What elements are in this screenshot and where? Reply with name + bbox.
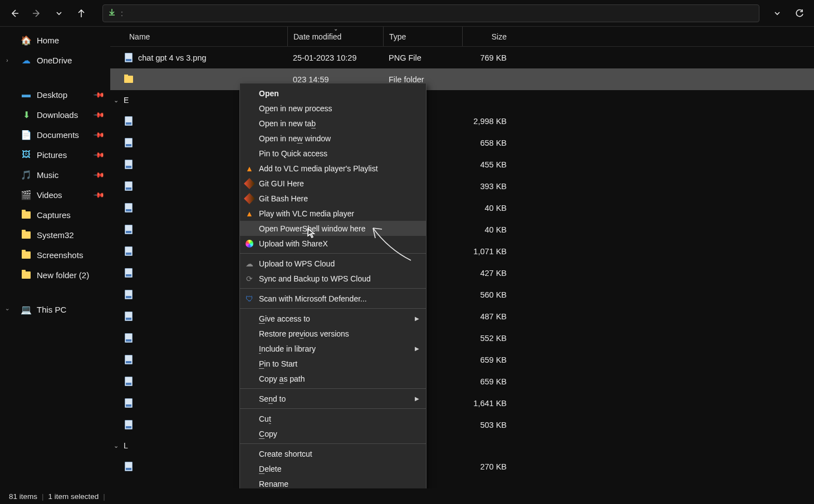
file-row[interactable]: 023 02:47PNG File560 KB (110, 284, 814, 305)
address-dropdown[interactable] (767, 3, 787, 23)
sidebar: 🏠 Home › ☁ OneDrive ▬Desktop📌⬇Downloads📌… (0, 27, 110, 488)
file-row[interactable]: 023 06:26PNG File40 KB (110, 219, 814, 240)
address-text: : (121, 9, 123, 18)
menu-item-pin-to-quick-access[interactable]: Pin to Quick access (240, 146, 426, 161)
menu-item-label: Upload with ShareX (259, 239, 328, 248)
menu-item-upload-to-wps-cloud[interactable]: ☁Upload to WPS Cloud (240, 256, 426, 271)
file-row[interactable]: 023 07:07PNG File658 KB (110, 132, 814, 154)
menu-item-cut[interactable]: Cut (240, 411, 426, 426)
group-header[interactable]: ⌄L (110, 436, 814, 456)
sort-arrow-icon: ⌄ (334, 27, 338, 32)
file-row[interactable]: 023 01:42PNG File659 KB (110, 370, 814, 392)
sidebar-onedrive[interactable]: › ☁ OneDrive (0, 50, 110, 70)
menu-item-include-in-library[interactable]: Include in library▶ (240, 341, 426, 356)
file-row[interactable]: 023 14:59File folder (110, 68, 814, 90)
column-date[interactable]: ⌄ Date modified (287, 27, 383, 46)
menu-item-git-bash-here[interactable]: Git Bash Here (240, 191, 426, 206)
sidebar-item-downloads[interactable]: ⬇Downloads📌 (0, 105, 110, 125)
menu-item-open-in-new-tab[interactable]: Open in new tab (240, 116, 426, 131)
chevron-down-icon: ⌄ (114, 442, 119, 449)
menu-item-label: Sync and Backup to WPS Cloud (259, 274, 371, 283)
menu-item-create-shortcut[interactable]: Create shortcut (240, 446, 426, 461)
menu-item-git-gui-here[interactable]: Git GUI Here (240, 176, 426, 191)
sidebar-item-label: Home (37, 36, 59, 45)
sidebar-thispc[interactable]: › 💻 This PC (0, 299, 110, 319)
back-button[interactable] (4, 3, 24, 23)
menu-item-label: Open in new tab (259, 119, 316, 128)
file-icon (124, 312, 134, 322)
sidebar-item-label: Pictures (37, 150, 67, 160)
file-row[interactable]: 023 18:52JPG File2,998 KB (110, 110, 814, 132)
file-row[interactable]: 023 03:13PNG File427 KB (110, 262, 814, 284)
menu-item-label: Add to VLC media player's Playlist (259, 164, 378, 173)
sidebar-item-label: This PC (37, 305, 66, 314)
file-row[interactable]: 023 02:01PNG File552 KB (110, 327, 814, 349)
recent-dropdown[interactable] (49, 3, 69, 23)
menu-item-play-with-vlc-media-player[interactable]: ▲Play with VLC media player (240, 206, 426, 221)
sidebar-item-pictures[interactable]: 🖼Pictures📌 (0, 145, 110, 165)
group-header[interactable]: ⌄E (110, 90, 814, 110)
sidebar-item-screenshots[interactable]: Screenshots (0, 245, 110, 265)
menu-item-give-access-to[interactable]: Give access to▶ (240, 311, 426, 326)
menu-item-label: Play with VLC media player (259, 209, 354, 218)
sidebar-item-videos[interactable]: 🎬Videos📌 (0, 185, 110, 205)
column-type[interactable]: Type (383, 27, 462, 46)
menu-item-add-to-vlc-media-player-s-playlist[interactable]: ▲Add to VLC media player's Playlist (240, 161, 426, 176)
menu-item-open[interactable]: Open (240, 86, 426, 101)
menu-item-upload-with-sharex[interactable]: Upload with ShareX (240, 236, 426, 251)
refresh-button[interactable] (790, 3, 810, 23)
sidebar-item-music[interactable]: 🎵Music📌 (0, 165, 110, 185)
menu-item-scan-with-microsoft-defender[interactable]: 🛡Scan with Microsoft Defender... (240, 291, 426, 306)
up-button[interactable] (71, 3, 91, 23)
menu-item-send-to[interactable]: Send to▶ (240, 391, 426, 406)
sidebar-item-captures[interactable]: Captures (0, 205, 110, 225)
column-size[interactable]: Size (462, 27, 512, 46)
sidebar-item-label: Captures (37, 210, 71, 220)
file-row[interactable]: 023 01:22PNG File503 KB (110, 414, 814, 436)
column-headers: Name ⌄ Date modified Type Size (110, 27, 814, 47)
sidebar-item-label: System32 (37, 230, 74, 240)
sidebar-item-system32[interactable]: System32 (0, 225, 110, 245)
column-name[interactable]: Name (124, 27, 287, 46)
file-row[interactable]: 023 06:46PNG File455 KB (110, 154, 814, 175)
menu-item-label: Include in library (259, 344, 316, 353)
menu-separator (240, 443, 426, 444)
sidebar-item-desktop[interactable]: ▬Desktop📌 (0, 85, 110, 105)
menu-item-copy-as-path[interactable]: Copy as path (240, 371, 426, 386)
folder-icon (21, 250, 31, 260)
menu-item-open-in-new-window[interactable]: Open in new window (240, 131, 426, 146)
menu-item-open-powershell-window-here[interactable]: Open PowerShell window here (240, 221, 426, 236)
sidebar-home[interactable]: 🏠 Home (0, 30, 110, 50)
menu-separator (240, 253, 426, 254)
menu-item-label: Copy as path (259, 374, 305, 383)
sidebar-item-documents[interactable]: 📄Documents📌 (0, 125, 110, 145)
document-icon: 📄 (21, 130, 31, 140)
status-selected-count: 1 item selected (48, 492, 99, 501)
menu-item-delete[interactable]: Delete (240, 461, 426, 476)
file-row[interactable]: 023 16:12PNG File270 KB (110, 456, 814, 477)
menu-item-rename[interactable]: Rename (240, 476, 426, 488)
menu-item-sync-and-backup-to-wps-cloud[interactable]: ⟳Sync and Backup to WPS Cloud (240, 271, 426, 286)
forward-button[interactable] (27, 3, 47, 23)
chevron-right-icon[interactable]: › (3, 57, 11, 63)
file-row[interactable]: 023 03:40PNG File1,071 KB (110, 240, 814, 262)
menu-item-copy[interactable]: Copy (240, 426, 426, 441)
menu-separator (240, 388, 426, 389)
file-list: Name ⌄ Date modified Type Size chat gpt … (110, 27, 814, 488)
file-row[interactable]: 023 06:26PNG File40 KB (110, 197, 814, 219)
address-bar[interactable]: : (102, 4, 759, 22)
file-row[interactable]: 023 06:26PNG File393 KB (110, 175, 814, 197)
file-row[interactable]: chat gpt 4 vs 3.png25-01-2023 10:29PNG F… (110, 47, 814, 68)
menu-item-pin-to-start[interactable]: Pin to Start (240, 356, 426, 371)
file-row[interactable]: 023 01:41PNG File1,641 KB (110, 392, 814, 414)
sidebar-item-new-folder-2-[interactable]: New folder (2) (0, 265, 110, 285)
file-size: 2,998 KB (462, 117, 512, 126)
vlc-icon: ▲ (244, 164, 254, 174)
file-row[interactable]: 023 01:42PNG File659 KB (110, 349, 814, 370)
chevron-down-icon: ⌄ (114, 97, 119, 104)
menu-item-open-in-new-process[interactable]: Open in new process (240, 101, 426, 116)
menu-item-label: Git GUI Here (259, 179, 304, 188)
chevron-down-icon[interactable]: › (4, 305, 11, 313)
menu-item-restore-previous-versions[interactable]: Restore previous versions (240, 326, 426, 341)
file-row[interactable]: 023 02:17PNG File487 KB (110, 305, 814, 327)
